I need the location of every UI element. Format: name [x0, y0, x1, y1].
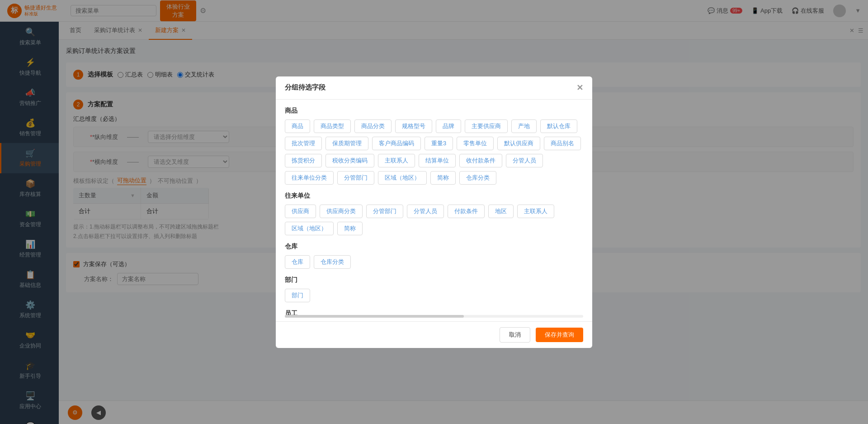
modal-footer: 取消 保存并查询: [276, 321, 592, 348]
field-tag[interactable]: 简称: [337, 222, 363, 235]
dept-fields: 部门: [285, 289, 583, 302]
field-tag[interactable]: 重量3: [425, 137, 453, 150]
field-tag[interactable]: 默认供应商: [497, 137, 540, 150]
field-tag[interactable]: 收付款条件: [459, 154, 502, 167]
field-tag[interactable]: 仓库: [285, 255, 310, 269]
field-tag[interactable]: 规格型号: [395, 119, 432, 133]
field-tag[interactable]: 商品类型: [314, 119, 351, 133]
field-group-staff: 员工 业务员: [285, 310, 583, 315]
field-tag[interactable]: 部门: [285, 289, 310, 302]
field-tag[interactable]: 品牌: [436, 119, 461, 133]
field-tag[interactable]: 保质期管理: [326, 137, 368, 150]
field-group-dept: 部门 部门: [285, 276, 583, 302]
field-tag[interactable]: 主联系人: [378, 154, 415, 167]
field-tag[interactable]: 商品别名: [544, 137, 581, 150]
field-group-goods: 商品 商品 商品类型 商品分类 规格型号 品牌 主要供应商 产地 默认仓库 批次…: [285, 107, 583, 185]
field-tag[interactable]: 仓库分类: [314, 255, 351, 269]
field-tag[interactable]: 客户商品编码: [372, 137, 421, 150]
modal-title: 分组待选字段: [285, 83, 326, 92]
field-tag[interactable]: 商品: [285, 119, 310, 133]
goods-section-title: 商品: [285, 107, 583, 115]
field-tag[interactable]: 区域（地区）: [378, 171, 427, 185]
field-tag[interactable]: 付款条件: [448, 205, 485, 218]
staff-section-title: 员工: [285, 310, 583, 315]
field-tag[interactable]: 往来单位分类: [285, 171, 334, 185]
partner-fields: 供应商 供应商分类 分管部门 分管人员 付款条件 地区 主联系人 区域（地区） …: [285, 205, 583, 235]
partner-section-title: 往来单位: [285, 192, 583, 200]
warehouse-section-title: 仓库: [285, 243, 583, 251]
field-tag[interactable]: 地区: [488, 205, 514, 218]
modal-hscrollbar[interactable]: [285, 315, 583, 318]
cancel-button[interactable]: 取消: [500, 327, 530, 343]
field-tag[interactable]: 分管人员: [407, 205, 444, 218]
modal-close-button[interactable]: ✕: [576, 83, 583, 93]
field-tag[interactable]: 拣货积分: [285, 154, 322, 167]
field-tag[interactable]: 主要供应商: [465, 119, 508, 133]
modal-overlay[interactable]: 分组待选字段 ✕ 商品 商品 商品类型 商品分类 规格型号 品牌 主要供应商 产…: [0, 0, 868, 424]
modal-header: 分组待选字段 ✕: [276, 76, 592, 100]
field-tag[interactable]: 仓库分类: [459, 171, 496, 185]
field-tag[interactable]: 结算单位: [419, 154, 456, 167]
field-tag[interactable]: 简称: [430, 171, 456, 185]
field-tag[interactable]: 供应商: [285, 205, 316, 218]
field-tag[interactable]: 区域（地区）: [285, 222, 334, 235]
field-tag[interactable]: 商品分类: [354, 119, 392, 133]
modal: 分组待选字段 ✕ 商品 商品 商品类型 商品分类 规格型号 品牌 主要供应商 产…: [276, 76, 592, 348]
field-tag[interactable]: 产地: [511, 119, 537, 133]
modal-body: 商品 商品 商品类型 商品分类 规格型号 品牌 主要供应商 产地 默认仓库 批次…: [276, 100, 592, 315]
field-tag[interactable]: 分管部门: [337, 171, 374, 185]
field-tag[interactable]: 分管部门: [366, 205, 403, 218]
goods-fields: 商品 商品类型 商品分类 规格型号 品牌 主要供应商 产地 默认仓库 批次管理 …: [285, 119, 583, 185]
warehouse-fields: 仓库 仓库分类: [285, 255, 583, 269]
dept-section-title: 部门: [285, 276, 583, 284]
field-tag[interactable]: 分管人员: [506, 154, 543, 167]
field-group-partner: 往来单位 供应商 供应商分类 分管部门 分管人员 付款条件 地区 主联系人 区域…: [285, 192, 583, 235]
field-tag[interactable]: 供应商分类: [320, 205, 363, 218]
field-tag[interactable]: 默认仓库: [540, 119, 577, 133]
field-group-warehouse: 仓库 仓库 仓库分类: [285, 243, 583, 269]
field-tag[interactable]: 零售单位: [457, 137, 494, 150]
modal-hscrollbar-thumb[interactable]: [285, 315, 464, 318]
field-tag[interactable]: 税收分类编码: [326, 154, 374, 167]
save-query-button[interactable]: 保存并查询: [536, 328, 583, 342]
field-tag[interactable]: 主联系人: [517, 205, 554, 218]
field-tag[interactable]: 批次管理: [285, 137, 322, 150]
